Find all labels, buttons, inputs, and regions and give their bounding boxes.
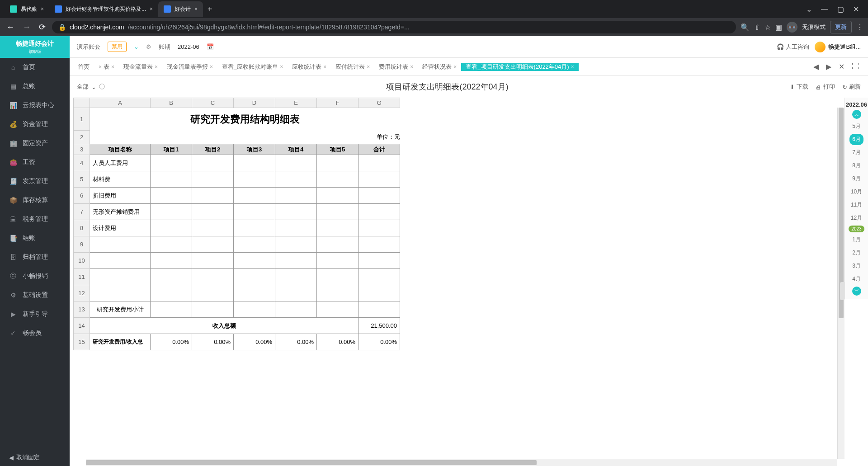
close-window-icon[interactable]: ✕: [853, 5, 859, 14]
col-header-C[interactable]: C: [192, 98, 234, 108]
app-tab-4[interactable]: 查看_应收账款对账单×: [217, 63, 288, 71]
sidebar-item-money[interactable]: 💰资金管理: [0, 115, 70, 134]
cell[interactable]: [275, 155, 317, 171]
sidebar-item-invoice[interactable]: 🧾发票管理: [0, 172, 70, 191]
cell[interactable]: [275, 204, 317, 220]
cell[interactable]: [192, 253, 234, 269]
col-header-D[interactable]: D: [234, 98, 275, 108]
app-tab-6[interactable]: 应付统计表×: [331, 63, 374, 71]
cell[interactable]: [151, 253, 192, 269]
tab-close-icon[interactable]: ×: [111, 64, 114, 70]
sidebar-item-archive[interactable]: 🗄归档管理: [0, 248, 70, 267]
cell[interactable]: [90, 131, 359, 144]
tab-close-icon[interactable]: ×: [280, 64, 283, 70]
tab-close-icon[interactable]: ×: [367, 64, 370, 70]
cell[interactable]: [317, 155, 359, 171]
row-header-12[interactable]: 12: [74, 285, 90, 301]
col-header-A[interactable]: A: [90, 98, 151, 108]
table-header-2[interactable]: 项目2: [192, 144, 234, 155]
support-link[interactable]: 🎧 人工咨询: [777, 43, 809, 51]
cell[interactable]: [151, 301, 192, 318]
month-item[interactable]: 10月: [848, 186, 865, 198]
tab-close-icon[interactable]: ×: [410, 64, 413, 70]
cell[interactable]: [317, 220, 359, 236]
cell[interactable]: [359, 269, 400, 285]
sidebar-logo[interactable]: 畅捷通好会计 旗舰版: [0, 36, 70, 58]
month-item[interactable]: 7月: [849, 147, 863, 158]
table-header-1[interactable]: 项目1: [151, 144, 192, 155]
scroll-down-button[interactable]: ︾: [852, 287, 861, 296]
month-item[interactable]: 9月: [849, 173, 863, 184]
cell[interactable]: [151, 269, 192, 285]
cell[interactable]: [234, 188, 275, 204]
cell[interactable]: [275, 301, 317, 318]
row-label[interactable]: [90, 269, 151, 285]
cell[interactable]: [192, 285, 234, 301]
row-label[interactable]: 无形资产摊销费用: [90, 204, 151, 220]
ratio-cell[interactable]: 0.00%: [151, 334, 192, 350]
table-header-0[interactable]: 项目名称: [90, 144, 151, 155]
row-header-3[interactable]: 3: [74, 144, 90, 155]
month-item[interactable]: 1月: [849, 234, 863, 245]
cell[interactable]: [317, 204, 359, 220]
cell[interactable]: [234, 236, 275, 253]
tab-close-icon[interactable]: ×: [194, 6, 198, 12]
cell[interactable]: [234, 204, 275, 220]
cell[interactable]: [151, 236, 192, 253]
tabs-prev-button[interactable]: ◀: [811, 61, 821, 73]
cell[interactable]: [234, 253, 275, 269]
cell[interactable]: [317, 236, 359, 253]
download-button[interactable]: ⬇ 下载: [790, 83, 808, 91]
row-header-9[interactable]: 9: [74, 236, 90, 253]
cell[interactable]: [359, 155, 400, 171]
cell[interactable]: [317, 253, 359, 269]
tab-close-icon[interactable]: ×: [453, 64, 457, 70]
row-label[interactable]: 折旧费用: [90, 188, 151, 204]
cell[interactable]: [359, 171, 400, 188]
cell[interactable]: [317, 188, 359, 204]
col-header-G[interactable]: G: [359, 98, 400, 108]
date-sidebar-collapse[interactable]: [840, 282, 844, 300]
row-header-2[interactable]: 2: [74, 131, 90, 144]
cell[interactable]: [234, 269, 275, 285]
refresh-button[interactable]: ↻ 刷新: [842, 83, 861, 91]
cell[interactable]: [151, 155, 192, 171]
row-header-6[interactable]: 6: [74, 188, 90, 204]
cell[interactable]: [359, 220, 400, 236]
sidebar-item-settings[interactable]: ⚙基础设置: [0, 286, 70, 305]
horizontal-scrollbar[interactable]: [86, 459, 837, 466]
income-value[interactable]: 21,500.00: [359, 318, 400, 334]
app-tab-3[interactable]: 现金流量表季报×: [162, 63, 217, 71]
cell[interactable]: [151, 285, 192, 301]
table-header-3[interactable]: 项目3: [234, 144, 275, 155]
sidebar-item-close-book[interactable]: 📑结账: [0, 229, 70, 248]
scroll-up-button[interactable]: ︽: [852, 110, 861, 119]
table-header-5[interactable]: 项目5: [317, 144, 359, 155]
browser-tab-1[interactable]: 好会计财务管理软件购买价格及... ×: [49, 1, 158, 17]
back-button[interactable]: ←: [5, 21, 16, 34]
cell[interactable]: [359, 236, 400, 253]
row-header-1[interactable]: 1: [74, 108, 90, 131]
cell[interactable]: [151, 171, 192, 188]
scrollbar-thumb[interactable]: [86, 460, 537, 465]
sidebar-item-inventory[interactable]: 📦库存核算: [0, 191, 70, 210]
cell[interactable]: [317, 269, 359, 285]
row-label[interactable]: 设计费用: [90, 220, 151, 236]
app-tab-8[interactable]: 经营状况表×: [418, 63, 461, 71]
tab-close-icon[interactable]: ×: [210, 64, 213, 70]
cell[interactable]: [151, 188, 192, 204]
cell[interactable]: [234, 285, 275, 301]
zoom-icon[interactable]: 🔍: [741, 23, 750, 32]
info-icon[interactable]: ⓘ: [99, 83, 105, 91]
month-item[interactable]: 11月: [848, 199, 865, 211]
cell[interactable]: [192, 188, 234, 204]
row-label[interactable]: [90, 253, 151, 269]
app-tab-1[interactable]: ×表×: [94, 63, 119, 71]
sidebar-item-chart[interactable]: 📊云报表中心: [0, 96, 70, 115]
tab-close-icon[interactable]: ×: [571, 64, 574, 70]
row-header-13[interactable]: 13: [74, 301, 90, 318]
month-item[interactable]: 2月: [849, 247, 863, 259]
cell[interactable]: [192, 171, 234, 188]
ratio-label[interactable]: 研究开发费用/收入总: [90, 334, 151, 350]
income-label[interactable]: 收入总额: [90, 318, 359, 334]
